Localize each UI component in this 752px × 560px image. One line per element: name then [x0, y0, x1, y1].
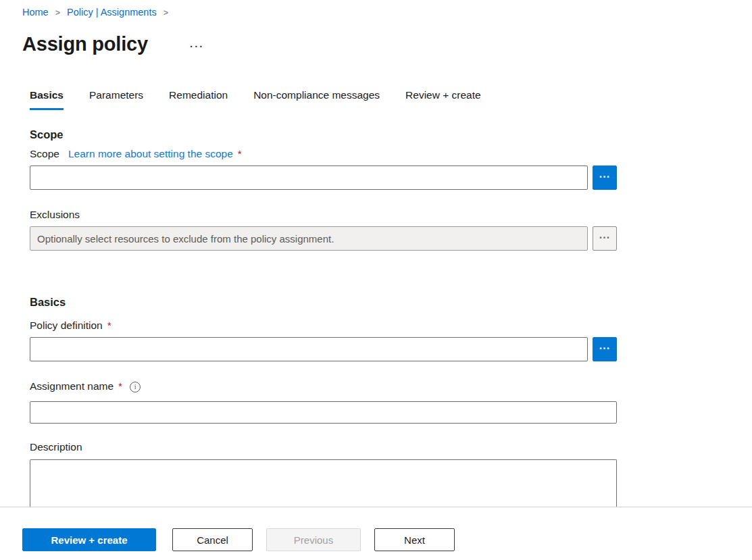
scope-section-heading: Scope — [30, 128, 64, 141]
tab-remediation[interactable]: Remediation — [169, 89, 228, 110]
scope-label: Scope — [30, 148, 59, 160]
review-create-button[interactable]: Review + create — [22, 528, 156, 551]
required-asterisk: * — [118, 380, 122, 392]
breadcrumb-link-policy-assignments[interactable]: Policy | Assignments — [67, 7, 157, 18]
scope-input[interactable] — [30, 166, 588, 190]
previous-button: Previous — [266, 528, 361, 551]
scope-browse-button[interactable]: ... — [593, 166, 617, 190]
ellipsis-icon: ... — [599, 168, 610, 180]
assign-policy-page: Home > Policy | Assignments > Assign pol… — [0, 0, 752, 560]
tab-basics[interactable]: Basics — [30, 89, 64, 110]
policy-definition-browse-button[interactable]: ... — [593, 337, 617, 361]
description-label-row: Description — [30, 441, 82, 453]
ellipsis-icon: ... — [599, 229, 610, 241]
policy-definition-input[interactable] — [30, 337, 588, 361]
breadcrumb: Home > Policy | Assignments > — [22, 7, 175, 18]
assignment-name-label: Assignment name — [30, 380, 114, 392]
scope-field-label-row: Scope Learn more about setting the scope… — [30, 148, 242, 160]
next-button[interactable]: Next — [374, 528, 455, 551]
chevron-right-icon: > — [55, 8, 60, 18]
exclusions-label: Exclusions — [30, 209, 80, 221]
breadcrumb-link-home[interactable]: Home — [22, 7, 49, 18]
info-icon[interactable]: i — [130, 382, 141, 392]
description-label: Description — [30, 441, 82, 453]
footer-divider — [0, 507, 752, 507]
required-asterisk: * — [107, 320, 111, 332]
tab-non-compliance-messages[interactable]: Non-compliance messages — [253, 89, 380, 110]
exclusions-input-row: ... — [30, 226, 617, 251]
learn-more-scope-link[interactable]: Learn more about setting the scope — [68, 148, 233, 160]
policy-definition-label: Policy definition — [30, 320, 103, 332]
policy-definition-input-row: ... — [30, 337, 617, 361]
exclusions-label-row: Exclusions — [30, 209, 80, 221]
tab-parameters[interactable]: Parameters — [89, 89, 143, 110]
exclusions-browse-button: ... — [593, 226, 617, 251]
page-title: Assign policy — [22, 33, 148, 55]
required-asterisk: * — [238, 148, 242, 160]
tab-review-create[interactable]: Review + create — [405, 89, 481, 110]
ellipsis-icon: ... — [599, 340, 610, 352]
policy-definition-label-row: Policy definition * — [30, 320, 111, 332]
assignment-name-input[interactable] — [30, 401, 617, 424]
scope-input-row: ... — [30, 166, 617, 190]
exclusions-input — [30, 226, 588, 251]
more-options-icon[interactable]: ... — [190, 38, 205, 49]
description-textarea[interactable] — [30, 459, 617, 507]
wizard-tabs: Basics Parameters Remediation Non-compli… — [30, 89, 507, 110]
cancel-button[interactable]: Cancel — [172, 528, 253, 551]
basics-section-heading: Basics — [30, 296, 66, 309]
chevron-right-icon: > — [164, 8, 168, 18]
assignment-name-input-row — [30, 401, 617, 424]
assignment-name-label-row: Assignment name * i — [30, 380, 141, 392]
